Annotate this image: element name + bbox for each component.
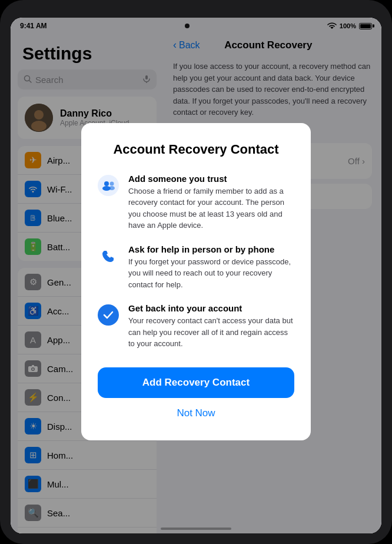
modal-feature-ask-help: Ask for help in person or by phone If yo… (98, 244, 294, 291)
feature-phone-desc: If you forget your password or device pa… (128, 256, 294, 291)
screen: 9:41 AM 100% Settings (11, 18, 381, 533)
feature-add-title: Add someone you trust (128, 174, 294, 184)
modal-title: Account Recovery Contact (98, 142, 294, 157)
checkmark-circle-icon (98, 304, 119, 326)
modal-overlay[interactable]: Account Recovery Contact Add someone you… (11, 18, 381, 533)
feature-phone-title: Ask for help in person or by phone (128, 244, 294, 254)
feature-getback-desc: Your recovery contact can't access your … (128, 315, 294, 350)
svg-point-12 (104, 181, 109, 186)
svg-point-14 (110, 181, 114, 185)
svg-point-15 (109, 186, 115, 190)
account-recovery-modal: Account Recovery Contact Add someone you… (81, 123, 311, 440)
ipad-frame: 9:41 AM 100% Settings (0, 0, 392, 544)
modal-feature-add-someone: Add someone you trust Choose a friend or… (98, 174, 294, 231)
people-icon (98, 175, 119, 196)
feature-getback-text: Get back into your account Your recovery… (128, 303, 294, 350)
phone-icon (98, 246, 119, 267)
modal-feature-get-back: Get back into your account Your recovery… (98, 303, 294, 350)
feature-phone-text: Ask for help in person or by phone If yo… (128, 244, 294, 291)
feature-add-text: Add someone you trust Choose a friend or… (128, 174, 294, 231)
feature-getback-title: Get back into your account (128, 303, 294, 313)
add-recovery-contact-button[interactable]: Add Recovery Contact (98, 367, 294, 398)
feature-add-desc: Choose a friend or family member to add … (128, 185, 294, 231)
not-now-button[interactable]: Not Now (98, 400, 294, 426)
